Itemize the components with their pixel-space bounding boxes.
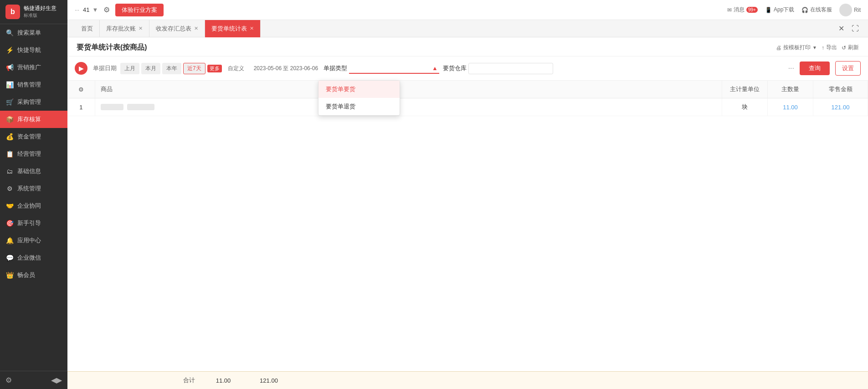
refresh-icon: ↺ [842, 45, 846, 51]
type-dropdown: 要货单要货要货单退货 [318, 80, 400, 116]
refresh-button[interactable]: ↺ 刷新 [842, 44, 859, 51]
cell-amount: 121.00 [813, 98, 868, 116]
topbar-settings-icon[interactable]: ⚙ [103, 5, 110, 14]
close-window-icon[interactable]: ✕ [837, 23, 846, 34]
date-more-badge[interactable]: 更多 [207, 65, 222, 72]
date-label: 单据日期 [93, 64, 117, 72]
nav-label: 经营管理 [17, 150, 41, 158]
page-title: 要货单统计表(按商品) [77, 43, 147, 52]
nav-icon: 💰 [5, 133, 14, 140]
nav-icon: 🔔 [5, 237, 14, 244]
tab-label: 要货单统计表 [211, 25, 247, 33]
data-table-container: ⚙ 商品 主计量单位 主数量 零售金额 1 块 11.00 121.00 [67, 81, 868, 371]
dropdown-item-要货单退货[interactable]: 要货单退货 [318, 98, 400, 115]
messages-label: 消息 [734, 6, 745, 14]
sidebar-item-营销推广[interactable]: 📢 营销推广 [0, 59, 67, 76]
sidebar-item-资金管理[interactable]: 💰 资金管理 [0, 128, 67, 145]
tab-close-icon[interactable]: ✕ [194, 26, 198, 31]
nav-label: 基础信息 [17, 167, 41, 175]
date-btn-this-year[interactable]: 本年 [162, 63, 181, 74]
sidebar-item-销售管理[interactable]: 📊 销售管理 [0, 76, 67, 93]
topbar-right: ✉ 消息 99+ 📱 App下载 🎧 在线客服 Rit [727, 4, 861, 16]
query-button[interactable]: 查询 [800, 61, 830, 75]
footer-amount: 121.00 [246, 377, 292, 384]
nav-label: 搜索菜单 [17, 29, 41, 37]
user-profile[interactable]: Rit [839, 4, 861, 16]
messages-item[interactable]: ✉ 消息 99+ [727, 6, 758, 14]
warehouse-label: 要货仓库 [443, 64, 467, 72]
type-select-input[interactable] [349, 63, 439, 74]
tab-close-icon[interactable]: ✕ [139, 26, 143, 31]
sidebar-item-基础信息[interactable]: 🗂 基础信息 [0, 163, 67, 180]
tab-收发存汇总表[interactable]: 收发存汇总表✕ [149, 20, 205, 37]
col-header-amount: 零售金额 [813, 81, 868, 98]
filter-expand-button[interactable]: ▶ [75, 62, 87, 75]
warehouse-input[interactable] [468, 63, 553, 74]
filter-more-button[interactable]: ··· [788, 64, 794, 72]
sidebar: b 畅捷通好生意 标准版 🔍 搜索菜单 ⚡ 快捷导航 📢 营销推广 📊 销售管理… [0, 0, 67, 389]
main-content: ··· 41 ▼ ⚙ 体验行业方案 ✉ 消息 99+ 📱 App下载 🎧 在线客… [67, 0, 868, 389]
sidebar-item-应用中心[interactable]: 🔔 应用中心 [0, 232, 67, 249]
sidebar-nav: 🔍 搜索菜单 ⚡ 快捷导航 📢 营销推广 📊 销售管理 🛒 采购管理 📦 库存核… [0, 24, 67, 371]
page-body: 要货单统计表(按商品) 🖨 按模板打印 ▼ ↑ 导出 ↺ 刷新 ▶ [67, 37, 868, 389]
cell-qty: 11.00 [768, 98, 813, 116]
tab-label: 首页 [81, 25, 93, 33]
nav-icon: 📦 [5, 116, 14, 123]
export-button[interactable]: ↑ 导出 [822, 44, 837, 51]
date-btn-this-month[interactable]: 本月 [141, 63, 160, 74]
sidebar-item-快捷导航[interactable]: ⚡ 快捷导航 [0, 41, 67, 59]
collapse-icon[interactable]: ◀▶ [51, 376, 62, 384]
sidebar-item-库存核算[interactable]: 📦 库存核算 [0, 111, 67, 128]
app-download-item[interactable]: 📱 App下载 [765, 6, 794, 14]
app-logo: b 畅捷通好生意 标准版 [0, 0, 67, 24]
dropdown-item-要货单要货[interactable]: 要货单要货 [318, 81, 400, 98]
print-icon: 🖨 [776, 45, 781, 51]
sidebar-item-搜索菜单[interactable]: 🔍 搜索菜单 [0, 24, 67, 41]
sidebar-item-企业微信[interactable]: 💬 企业微信 [0, 249, 67, 266]
expand-window-icon[interactable]: ⛶ [850, 24, 861, 34]
sidebar-item-系统管理[interactable]: ⚙ 系统管理 [0, 180, 67, 197]
logo-icon: b [5, 5, 20, 19]
print-button[interactable]: 🖨 按模板打印 ▼ [776, 44, 817, 51]
settings-col-icon[interactable]: ⚙ [78, 86, 84, 93]
tab-close-icon[interactable]: ✕ [250, 26, 254, 31]
nav-label: 快捷导航 [17, 46, 41, 54]
sidebar-item-经营管理[interactable]: 📋 经营管理 [0, 145, 67, 163]
date-btn-last-month[interactable]: 上月 [120, 63, 139, 74]
sidebar-item-新手引导[interactable]: 🎯 新手引导 [0, 215, 67, 232]
sidebar-item-企业协同[interactable]: 🤝 企业协同 [0, 197, 67, 215]
date-options: 上月 本月 本年 近7天 更多 自定义 [120, 63, 248, 74]
nav-label: 企业协同 [17, 202, 41, 210]
sidebar-bottom: ⚙ ◀▶ [0, 371, 67, 389]
sidebar-item-畅会员[interactable]: 👑 畅会员 [0, 266, 67, 284]
filter-bar: ▶ 单据日期 上月 本月 本年 近7天 更多 自定义 2023-05-06 至 … [67, 56, 868, 81]
sidebar-item-采购管理[interactable]: 🛒 采购管理 [0, 93, 67, 111]
tabbar-actions: ✕ ⛶ [837, 23, 861, 34]
settings-icon[interactable]: ⚙ [5, 376, 12, 384]
nav-icon: 📋 [5, 150, 14, 158]
table-row: 1 块 11.00 121.00 [67, 98, 868, 116]
nav-icon: 🔍 [5, 29, 14, 36]
tab-首页[interactable]: 首页 [75, 20, 100, 37]
table-footer: 合计 11.00 121.00 [67, 371, 868, 389]
nav-label: 采购管理 [17, 98, 41, 106]
trial-button[interactable]: 体验行业方案 [115, 4, 164, 16]
tab-要货单统计表[interactable]: 要货单统计表✕ [205, 20, 261, 37]
user-name: Rit [854, 7, 861, 13]
dropdown-icon: ▼ [92, 6, 98, 13]
nav-label: 系统管理 [17, 184, 41, 193]
nav-icon: 👑 [5, 271, 14, 279]
type-filter-group: 单据类型 ▲ [324, 63, 437, 74]
store-selector[interactable]: ··· 41 ▼ [75, 6, 98, 13]
nav-icon: 🗂 [5, 168, 14, 175]
nav-icon: ⚡ [5, 46, 14, 54]
filter-settings-button[interactable]: 设置 [835, 61, 861, 76]
user-avatar [839, 4, 852, 16]
cell-unit: 块 [722, 98, 768, 116]
tab-label: 库存批次账 [106, 25, 136, 33]
date-btn-7days[interactable]: 近7天 [183, 63, 205, 74]
footer-label: 合计 [100, 376, 200, 384]
custom-date-btn[interactable]: 自定义 [224, 63, 248, 74]
tab-库存批次账[interactable]: 库存批次账✕ [100, 20, 149, 37]
online-service-item[interactable]: 🎧 在线客服 [801, 6, 832, 14]
